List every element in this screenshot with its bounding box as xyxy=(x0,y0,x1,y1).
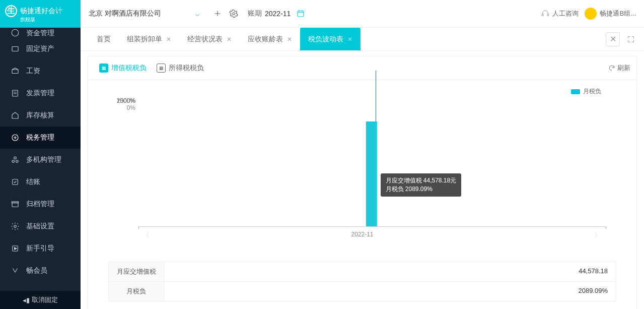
topbar: 北京 对啊酒店有限公司 ⌵ 账期 2022-11 人工咨询 xyxy=(81,0,644,28)
vat-icon: ▦ xyxy=(99,64,108,73)
company-selector[interactable]: 北京 对啊酒店有限公司 ⌵ xyxy=(89,9,209,18)
chevron-down-icon: ⌵ xyxy=(195,10,199,18)
svg-rect-2 xyxy=(12,70,18,74)
tooltip-line: 月税负 2089.09% xyxy=(386,185,457,194)
nav-label: 畅会员 xyxy=(26,266,47,275)
close-icon xyxy=(10,177,20,187)
nav-label: 发票管理 xyxy=(26,89,54,98)
nav-list: 资金管理 固定资产 工资 发票管理 库存核算 税务管理 xyxy=(0,28,81,282)
nav-guide[interactable]: 新手引导 xyxy=(0,237,81,260)
nav-archive[interactable]: 归档管理 xyxy=(0,193,81,215)
subtab-vat[interactable]: ▦ 增值税税负 xyxy=(94,60,152,76)
nav-inventory[interactable]: 库存核算 xyxy=(0,104,81,127)
legend-label: 月税负 xyxy=(583,87,601,96)
archive-icon xyxy=(10,199,20,209)
tab-assembly[interactable]: 组装拆卸单 ✕ xyxy=(119,28,179,50)
close-icon[interactable]: ✕ xyxy=(227,36,232,43)
period-label: 账期 xyxy=(248,9,262,18)
tab-label: 首页 xyxy=(97,35,111,44)
calendar-icon[interactable] xyxy=(293,6,309,22)
y-tick: 2500% xyxy=(117,97,135,104)
refresh-button[interactable]: 刷新 xyxy=(608,64,630,73)
refresh-icon xyxy=(608,65,615,72)
nav-multiorg[interactable]: 多机构管理 xyxy=(0,149,81,171)
support-label: 人工咨询 xyxy=(552,9,579,18)
nav-fixed-assets[interactable]: 固定资产 xyxy=(0,38,81,60)
y-axis: 0% 500% 1000% 1500% 2000% 2500% xyxy=(108,101,138,227)
table-row: 月税负 2089.09% xyxy=(108,281,616,301)
nav-label: 税务管理 xyxy=(26,133,54,142)
legend: 月税负 xyxy=(108,84,616,96)
plot-body: 月应交增值税 44,578.18元 月税负 2089.09% xyxy=(138,101,606,227)
close-all-tabs[interactable]: ✕ xyxy=(606,32,620,46)
income-icon: ▦ xyxy=(157,64,166,73)
chart-next[interactable]: 〉 xyxy=(594,231,601,240)
tab-tax-fluctuation[interactable]: 税负波动表 ✕ xyxy=(300,28,361,50)
nav-funds[interactable]: 资金管理 xyxy=(0,28,81,38)
nav-invoice[interactable]: 发票管理 xyxy=(0,82,81,104)
svg-rect-1 xyxy=(12,47,18,51)
tab-home[interactable]: 首页 xyxy=(89,28,119,50)
tab-label: 经营状况表 xyxy=(187,35,223,44)
svg-point-7 xyxy=(14,157,17,159)
nav-label: 固定资产 xyxy=(26,44,54,53)
subtab-label: 所得税税负 xyxy=(169,64,204,73)
bar[interactable] xyxy=(366,121,377,226)
row-value: 2089.09% xyxy=(164,282,616,301)
sidebar-footer-label: 取消固定 xyxy=(32,295,58,304)
nav-label: 多机构管理 xyxy=(26,155,61,164)
guide-icon xyxy=(10,243,20,254)
y-tick: 0% xyxy=(127,104,135,111)
company-name: 北京 对啊酒店有限公司 xyxy=(89,9,161,18)
brand-name: 畅捷通好会计 xyxy=(20,7,62,16)
row-label: 月应交增值税 xyxy=(109,262,164,281)
tab-operation[interactable]: 经营状况表 ✕ xyxy=(179,28,240,50)
svg-rect-10 xyxy=(12,202,19,203)
axis-tick xyxy=(606,226,606,229)
subtab-label: 增值税税负 xyxy=(111,64,147,73)
x-label: 2022-11 xyxy=(351,231,373,238)
nav-label: 结账 xyxy=(26,177,40,187)
tabs: 首页 组装拆卸单 ✕ 经营状况表 ✕ 应收账龄表 ✕ 税负波动表 ✕ ✕ xyxy=(81,28,644,51)
period-value[interactable]: 2022-11 xyxy=(265,10,291,18)
nav-label: 归档管理 xyxy=(26,200,54,209)
chart-prev[interactable]: 〈 xyxy=(142,231,150,240)
chart-area: 月税负 0% 500% 1000% 1500% 2000% 2500% xyxy=(88,80,636,257)
legend-swatch xyxy=(571,89,580,94)
nav-label: 库存核算 xyxy=(26,111,54,120)
fullscreen-button[interactable] xyxy=(624,32,638,46)
add-button[interactable] xyxy=(209,6,226,22)
user-menu[interactable]: 畅捷通B组... xyxy=(585,8,636,20)
collapse-icon: ◂▮ xyxy=(23,296,30,304)
refresh-label: 刷新 xyxy=(617,64,630,73)
close-icon[interactable]: ✕ xyxy=(347,36,352,43)
nav-label: 工资 xyxy=(26,67,40,76)
close-icon[interactable]: ✕ xyxy=(166,36,171,43)
gear-button[interactable] xyxy=(226,6,242,22)
nav-close-account[interactable]: 结账 xyxy=(0,171,81,193)
table-row: 月应交增值税 44,578.18 xyxy=(108,262,616,282)
nav-tax[interactable]: 税务管理 xyxy=(0,127,81,149)
nav-label: 基础设置 xyxy=(26,222,54,231)
brand-logo: 生 畅捷通好会计 旗舰版 xyxy=(0,0,81,28)
row-label: 月税负 xyxy=(109,282,164,301)
nav-settings[interactable]: 基础设置 xyxy=(0,215,81,237)
legend-item[interactable]: 月税负 xyxy=(571,87,601,96)
subtabs: ▦ 增值税税负 ▦ 所得税税负 刷新 xyxy=(88,56,636,80)
headset-icon xyxy=(541,10,549,18)
close-icon[interactable]: ✕ xyxy=(287,36,292,43)
support-link[interactable]: 人工咨询 xyxy=(541,9,579,18)
member-icon xyxy=(10,266,20,276)
svg-rect-15 xyxy=(298,11,304,17)
subtab-income-tax[interactable]: ▦ 所得税税负 xyxy=(152,60,209,76)
brand-edition: 旗舰版 xyxy=(20,16,62,23)
nav-salary[interactable]: 工资 xyxy=(0,60,81,82)
panel: ▦ 增值税税负 ▦ 所得税税负 刷新 xyxy=(88,56,637,309)
tab-aging[interactable]: 应收账龄表 ✕ xyxy=(240,28,300,50)
nav-member[interactable]: 畅会员 xyxy=(0,260,81,282)
svg-rect-17 xyxy=(547,14,549,16)
tab-label: 应收账龄表 xyxy=(248,35,283,44)
sidebar-toggle[interactable]: ◂▮ 取消固定 xyxy=(0,291,81,309)
svg-point-14 xyxy=(233,13,235,15)
settings-icon xyxy=(10,221,20,231)
